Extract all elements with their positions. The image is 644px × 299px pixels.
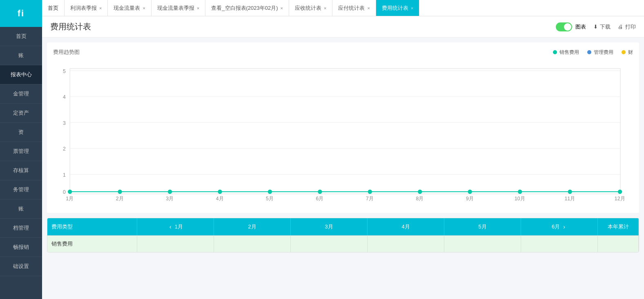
th-m6-label: 6月 <box>552 223 560 230</box>
tab-cashflow[interactable]: 现金流量表 × <box>108 0 151 16</box>
main-area: 首页 利润表季报 × 现金流量表 × 现金流量表季报 × 查看_空白报表(202… <box>42 0 644 299</box>
tab-cashflow-q[interactable]: 现金流量表季报 × <box>152 0 205 16</box>
svg-text:3: 3 <box>63 120 66 126</box>
next-month-arrow[interactable]: › <box>562 224 567 230</box>
td-m3 <box>291 236 368 252</box>
svg-text:12月: 12月 <box>615 196 626 202</box>
legend-admin-label: 管理费用 <box>594 49 613 56</box>
print-icon: 🖨 <box>618 24 623 30</box>
tab-expense-label: 费用统计表 <box>382 4 408 12</box>
tab-receivable[interactable]: 应收统计表 × <box>289 0 332 16</box>
legend-finance-label: 财 <box>628 49 633 56</box>
svg-point-19 <box>368 190 372 194</box>
chart-section: 费用趋势图 销售费用 管理费用 财 <box>47 42 639 213</box>
svg-text:9月: 9月 <box>466 196 474 202</box>
legend-finance-dot <box>622 50 626 54</box>
th-m4: 4月 <box>368 218 444 235</box>
th-m6: 6月 › <box>521 218 598 235</box>
sidebar-item-invoice[interactable]: 票管理 <box>0 142 42 161</box>
tab-cashflow-q-label: 现金流量表季报 <box>157 4 194 12</box>
sidebar-logo: fi <box>0 0 42 27</box>
tab-bar: 首页 利润表季报 × 现金流量表 × 现金流量表季报 × 查看_空白报表(202… <box>42 0 644 16</box>
chart-header: 费用趋势图 销售费用 管理费用 财 <box>53 49 633 56</box>
print-button[interactable]: 🖨 打印 <box>618 23 636 31</box>
legend-sales-dot <box>553 50 557 54</box>
td-m5 <box>444 236 521 252</box>
legend-admin: 管理费用 <box>587 49 613 56</box>
svg-point-16 <box>218 190 222 194</box>
page-header: 费用统计表 图表 ⬇ 下载 🖨 打印 <box>42 16 644 38</box>
sidebar-item-service[interactable]: 务管理 <box>0 180 42 199</box>
download-button[interactable]: ⬇ 下载 <box>593 23 611 31</box>
svg-text:5月: 5月 <box>266 196 274 202</box>
sidebar-item-write-off[interactable]: 畅报销 <box>0 238 42 257</box>
tab-payable-close[interactable]: × <box>367 6 370 11</box>
th-m3: 3月 <box>291 218 368 235</box>
svg-text:6月: 6月 <box>316 196 324 202</box>
svg-text:0: 0 <box>63 189 66 195</box>
prev-month-arrow[interactable]: ‹ <box>168 224 173 230</box>
svg-text:2: 2 <box>63 146 66 152</box>
svg-text:4月: 4月 <box>216 196 224 202</box>
svg-text:4: 4 <box>63 94 66 100</box>
svg-text:11月: 11月 <box>564 196 575 202</box>
td-m1 <box>137 236 214 252</box>
sidebar-item-ledger[interactable]: 账 <box>0 199 42 219</box>
tab-receivable-close[interactable]: × <box>324 6 326 11</box>
svg-text:7月: 7月 <box>366 196 374 202</box>
sidebar-item-file-mgmt[interactable]: 档管理 <box>0 219 42 238</box>
sidebar-item-home[interactable]: 首页 <box>0 27 42 46</box>
legend-sales: 销售费用 <box>553 49 579 56</box>
tab-expense-close[interactable]: × <box>411 6 413 11</box>
svg-text:3月: 3月 <box>166 196 174 202</box>
td-m4 <box>368 236 444 252</box>
table-row: 销售费用 <box>47 235 639 252</box>
tab-home-label: 首页 <box>48 4 58 12</box>
print-label: 打印 <box>625 23 636 31</box>
svg-point-13 <box>68 190 72 194</box>
svg-point-20 <box>418 190 422 194</box>
svg-point-21 <box>468 190 472 194</box>
tab-home[interactable]: 首页 <box>42 0 65 16</box>
chart-container: 5 4 3 2 1 0 <box>53 60 633 207</box>
download-label: 下载 <box>600 23 611 31</box>
sidebar-item-fixed-assets[interactable]: 定资产 <box>0 104 42 123</box>
svg-text:8月: 8月 <box>416 196 424 202</box>
sidebar-item-accounts[interactable]: 账 <box>0 46 42 65</box>
tab-receivable-label: 应收统计表 <box>295 4 321 12</box>
th-type: 费用类型 <box>47 218 137 235</box>
chart-toggle-wrap[interactable]: 图表 <box>556 22 586 31</box>
sidebar-item-settings[interactable]: 础设置 <box>0 257 42 276</box>
svg-text:1: 1 <box>63 172 66 178</box>
th-m1: ‹ 1月 <box>137 218 214 235</box>
chart-toggle[interactable] <box>556 22 572 31</box>
table-header: 费用类型 ‹ 1月 2月 3月 4月 5月 6月 › 本年累计 <box>47 218 639 235</box>
tab-cashflow-q-close[interactable]: × <box>197 6 199 11</box>
sidebar-item-investment[interactable]: 资 <box>0 123 42 142</box>
tab-payable[interactable]: 应付统计表 × <box>332 0 376 16</box>
legend-finance: 财 <box>622 49 633 56</box>
tab-blank-report-close[interactable]: × <box>281 6 283 11</box>
tab-expense[interactable]: 费用统计表 × <box>376 0 419 16</box>
sidebar-item-reports[interactable]: 报表中心 <box>0 65 42 84</box>
tab-blank-report-label: 查看_空白报表(2023年02月) <box>211 4 278 12</box>
tab-profit-close[interactable]: × <box>99 6 102 11</box>
svg-point-23 <box>568 190 572 194</box>
header-actions: 图表 ⬇ 下载 🖨 打印 <box>556 22 636 31</box>
tab-profit[interactable]: 利润表季报 × <box>65 0 108 16</box>
sidebar-item-cash[interactable]: 金管理 <box>0 84 42 104</box>
tab-profit-label: 利润表季报 <box>70 4 97 12</box>
td-m6 <box>521 236 598 252</box>
sidebar-item-inventory[interactable]: 存核算 <box>0 161 42 180</box>
svg-point-18 <box>318 190 322 194</box>
th-m2: 2月 <box>214 218 291 235</box>
download-icon: ⬇ <box>593 24 598 30</box>
tab-blank-report[interactable]: 查看_空白报表(2023年02月) × <box>205 0 289 16</box>
svg-rect-12 <box>70 69 620 194</box>
trend-chart: 5 4 3 2 1 0 <box>53 60 633 207</box>
tab-cashflow-close[interactable]: × <box>143 6 145 11</box>
td-m2 <box>214 236 291 252</box>
td-type: 销售费用 <box>47 236 137 252</box>
svg-point-14 <box>118 190 122 194</box>
chart-title: 费用趋势图 <box>53 49 80 56</box>
